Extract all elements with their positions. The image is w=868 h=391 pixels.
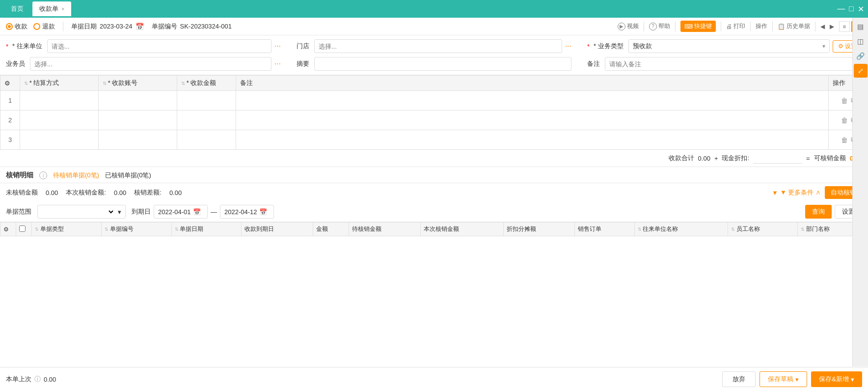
- amount-header-label: * 收款金额: [187, 79, 217, 86]
- verify-info-icon[interactable]: i: [39, 171, 47, 179]
- table-row: 3 🗑 ⧉: [0, 130, 868, 150]
- counterpart-header-label: 往来单位名称: [643, 225, 678, 232]
- row-2-remarks[interactable]: [236, 111, 829, 130]
- counterpart-input[interactable]: [52, 40, 267, 53]
- delete-icon-2[interactable]: 🗑: [841, 116, 848, 124]
- staff-input[interactable]: [34, 57, 267, 70]
- col-sort-icon: ⇅: [638, 227, 643, 232]
- lower-table-section: ⚙ ⇅ 单据类型 ⇅ 单据编号: [0, 222, 868, 367]
- save-new-button[interactable]: 保存&新增 ▾: [811, 371, 862, 387]
- counterpart-input-box: [47, 39, 271, 53]
- tab-receipt[interactable]: 收款单 ×: [32, 1, 71, 16]
- calendar-end-icon[interactable]: 📅: [259, 208, 267, 216]
- help-btn[interactable]: ? 帮助: [649, 22, 670, 30]
- table-header-gear[interactable]: ⚙: [0, 76, 20, 91]
- print-icon: 🖨: [726, 23, 732, 30]
- gear-icon: ⚙: [838, 43, 843, 50]
- form-row-1: * * 往来单位 ··· 门店 ··· * * 业务类型: [6, 39, 862, 53]
- lower-header-staff[interactable]: ⇅ 员工名称: [728, 223, 798, 236]
- right-panel-layout-icon[interactable]: ◫: [854, 34, 868, 48]
- row-3-amount[interactable]: [177, 130, 236, 150]
- more-conditions-btn[interactable]: ▼ ▼ 更多条件 ∧: [772, 188, 821, 197]
- unverified-value: 0.00: [46, 189, 58, 196]
- form-row-2: 业务员 ··· 摘要 备注: [6, 57, 862, 71]
- row-2-amount[interactable]: [177, 111, 236, 130]
- table-header-account[interactable]: ⇅ * 收款账号: [99, 76, 177, 91]
- lower-header-gear[interactable]: ⚙: [0, 223, 16, 236]
- list-view-btn[interactable]: ≡: [839, 21, 850, 32]
- select-all-checkbox[interactable]: [19, 225, 26, 232]
- unverified-label: 未核销金额: [6, 188, 38, 197]
- print-btn[interactable]: 🖨 打印: [726, 22, 745, 30]
- shortcut-label: 快捷键: [694, 22, 712, 30]
- lower-header-date[interactable]: ⇅ 单据日期: [171, 223, 241, 236]
- lower-header-number[interactable]: ⇅ 单据编号: [102, 223, 171, 236]
- radio-receipt[interactable]: 收款: [6, 22, 27, 31]
- video-btn[interactable]: ▶ 视频: [618, 22, 639, 30]
- done-verify-tab[interactable]: 已核销单据(0笔): [105, 171, 151, 180]
- history-btn[interactable]: 📋 历史单据: [778, 22, 810, 30]
- verify-section: 核销明细 i 待核销单据(0笔) 已核销单据(0笔) 未核销金额 0.00 本次…: [0, 167, 868, 367]
- row-1-remarks[interactable]: [236, 91, 829, 111]
- discount-input[interactable]: [753, 153, 802, 164]
- right-panel-link-icon[interactable]: 🔗: [854, 49, 868, 63]
- row-1-account[interactable]: [99, 91, 177, 111]
- table-header-remarks: 备注: [236, 76, 829, 91]
- calendar-icon[interactable]: 📅: [136, 23, 144, 30]
- nav-right-btn[interactable]: ▶: [830, 23, 834, 30]
- store-input[interactable]: [319, 40, 558, 53]
- store-input-box: [314, 39, 562, 53]
- shortcut-button[interactable]: ⌨ 快捷键: [680, 21, 716, 32]
- row-1-amount[interactable]: [177, 91, 236, 111]
- pending-verify-tab[interactable]: 待核销单据(0笔): [53, 171, 99, 180]
- lower-header-type[interactable]: ⇅ 单据类型: [32, 223, 102, 236]
- help-label: 帮助: [658, 22, 670, 30]
- divider-3: [675, 22, 676, 31]
- row-2-account[interactable]: [99, 111, 177, 130]
- lower-header-discount: 折扣分摊额: [503, 223, 574, 236]
- remarks-input[interactable]: [609, 57, 858, 70]
- store-more-btn[interactable]: ···: [565, 42, 571, 51]
- row-3-account[interactable]: [99, 130, 177, 150]
- row-3-settlement[interactable]: [20, 130, 99, 150]
- tab-home[interactable]: 首页: [4, 1, 30, 16]
- abandon-button[interactable]: 放弃: [722, 371, 756, 387]
- maximize-button[interactable]: □: [849, 4, 854, 13]
- minimize-button[interactable]: —: [837, 4, 845, 13]
- info-icon[interactable]: ⓘ: [34, 375, 41, 384]
- calendar-start-icon[interactable]: 📅: [193, 208, 201, 216]
- save-draft-button[interactable]: 保存草稿 ▾: [760, 371, 807, 387]
- date-header-label: 单据日期: [180, 225, 203, 232]
- lower-header-counterpart[interactable]: ⇅ 往来单位名称: [634, 223, 728, 236]
- delete-icon-1[interactable]: 🗑: [841, 97, 848, 105]
- divider-4: [721, 22, 721, 31]
- divider-5: [750, 22, 751, 31]
- row-2-settlement[interactable]: [20, 111, 99, 130]
- staff-more-btn[interactable]: ···: [274, 59, 281, 68]
- table-header-amount[interactable]: ⇅ * 收款金额: [177, 76, 236, 91]
- right-panel-expand-icon[interactable]: ⤢: [854, 64, 868, 78]
- summary-field: 摘要: [297, 57, 571, 71]
- row-1-settlement[interactable]: [20, 91, 99, 111]
- operation-btn[interactable]: 操作: [756, 22, 767, 30]
- delete-icon-3[interactable]: 🗑: [841, 136, 848, 144]
- dropdown-arrow-icon[interactable]: ▾: [822, 43, 825, 50]
- nav-left-btn[interactable]: ◀: [820, 23, 825, 30]
- query-button[interactable]: 查询: [805, 205, 832, 219]
- row-3-remarks[interactable]: [236, 130, 829, 150]
- diff-value: 0.00: [169, 189, 182, 196]
- video-icon: ▶: [618, 23, 625, 30]
- range-select[interactable]: [42, 208, 115, 216]
- tab-receipt-label: 收款单: [39, 4, 58, 13]
- right-panel-table-icon[interactable]: ▤: [854, 20, 868, 33]
- tab-close-icon[interactable]: ×: [61, 6, 64, 12]
- radio-refund[interactable]: 退款: [33, 22, 55, 31]
- table-header-settlement[interactable]: ⇅ * 结算方式: [20, 76, 99, 91]
- close-button[interactable]: ✕: [858, 4, 864, 14]
- range-label: 单据范围: [6, 207, 31, 216]
- lower-header-checkbox[interactable]: [16, 223, 32, 236]
- counterpart-more-btn[interactable]: ···: [274, 42, 281, 51]
- summary-input[interactable]: [319, 57, 567, 70]
- summary-input-box: [314, 57, 571, 71]
- divider-6: [772, 22, 773, 31]
